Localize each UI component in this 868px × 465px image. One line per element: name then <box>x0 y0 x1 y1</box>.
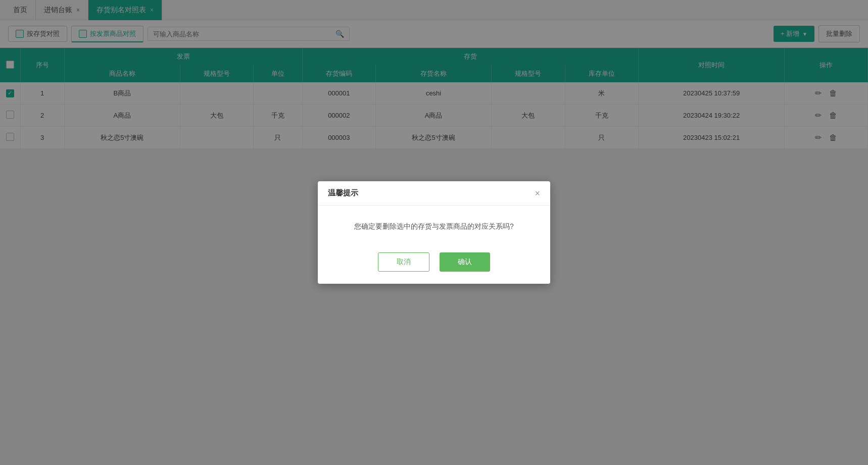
modal-overlay: 温馨提示 × 您确定要删除选中的存货与发票商品的对应关系吗? 取消 确认 <box>0 0 868 149</box>
